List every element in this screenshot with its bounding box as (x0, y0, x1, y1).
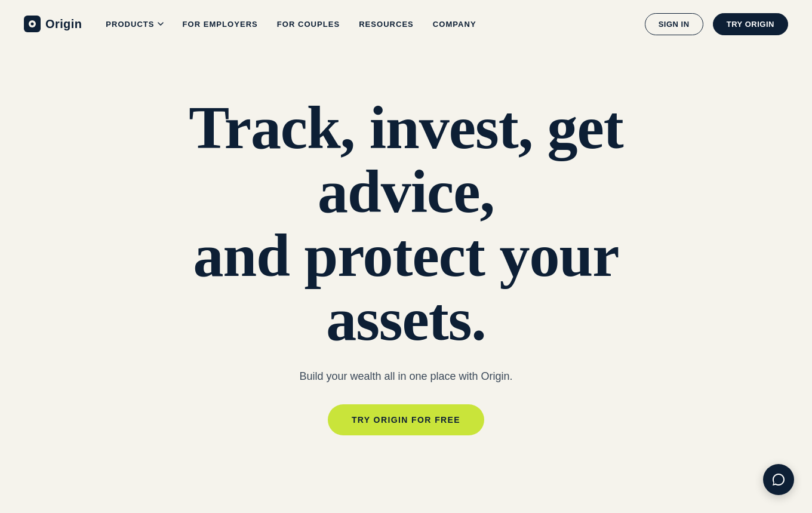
nav-link-company[interactable]: COMPANY (433, 20, 476, 29)
hero-cta-button[interactable]: TRY ORIGIN FOR FREE (328, 404, 484, 435)
chat-widget-button[interactable] (763, 464, 794, 495)
nav-link-for-couples[interactable]: FOR COUPLES (277, 20, 340, 29)
hero-headline: Track, invest, get advice, and protect y… (107, 96, 705, 351)
nav-item-products[interactable]: PRODUCTS (106, 20, 163, 29)
nav-item-resources[interactable]: RESOURCES (359, 19, 414, 29)
main-navigation: Origin PRODUCTS FOR EMPLOYERS FOR COUPLE… (0, 0, 812, 48)
hero-section: Track, invest, get advice, and protect y… (0, 48, 812, 471)
logo-icon (24, 16, 41, 32)
logo-text: Origin (45, 17, 82, 31)
sign-in-button[interactable]: SIGN IN (645, 13, 703, 35)
chat-icon (771, 472, 786, 487)
nav-item-for-couples[interactable]: FOR COUPLES (277, 19, 340, 29)
nav-left: Origin PRODUCTS FOR EMPLOYERS FOR COUPLE… (24, 16, 476, 32)
nav-link-products[interactable]: PRODUCTS (106, 20, 163, 29)
hero-subtext: Build your wealth all in one place with … (299, 370, 512, 383)
svg-point-2 (31, 23, 34, 26)
hero-headline-line2: and protect your assets. (193, 222, 619, 353)
nav-link-for-employers[interactable]: FOR EMPLOYERS (183, 20, 258, 29)
nav-right: SIGN IN TRY ORIGIN (645, 13, 788, 35)
try-origin-button[interactable]: TRY ORIGIN (713, 13, 788, 35)
chevron-down-icon (158, 22, 164, 26)
nav-item-company[interactable]: COMPANY (433, 19, 476, 29)
nav-item-for-employers[interactable]: FOR EMPLOYERS (183, 19, 258, 29)
logo-link[interactable]: Origin (24, 16, 82, 32)
nav-links: PRODUCTS FOR EMPLOYERS FOR COUPLES RESO (106, 19, 476, 29)
nav-link-resources[interactable]: RESOURCES (359, 20, 414, 29)
hero-headline-line1: Track, invest, get advice, (189, 94, 623, 225)
